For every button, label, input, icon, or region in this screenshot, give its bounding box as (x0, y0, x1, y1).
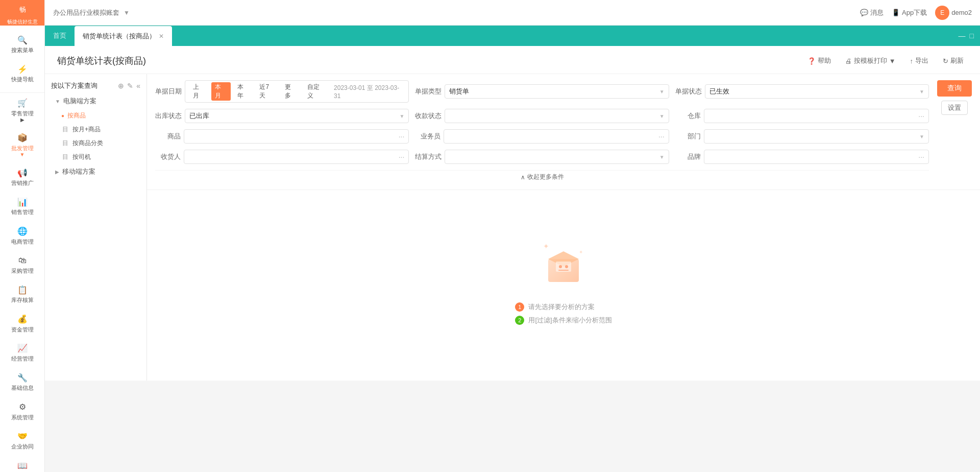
tree-add-btn[interactable]: ⊕ (118, 82, 124, 90)
message-btn[interactable]: 💬 消息 (860, 8, 884, 17)
sidebar-item-enterprise[interactable]: 🤝 企业协同 (0, 426, 44, 455)
empty-state-icon: ✦ ✦ (533, 231, 594, 292)
tree-child-by-product-cat[interactable]: 目 按商品分类 (45, 136, 146, 150)
sidebar-item-wholesale[interactable]: 📦 批发管理 ▼ (0, 128, 44, 162)
tip1-num: 1 (515, 302, 524, 312)
page-title: 销货单统计表(按商品) (57, 55, 146, 67)
recipient-label: 收货人 (155, 152, 184, 161)
main-content: 单据日期 上月 本月 本年 近7天 更多 自定义 2023-03-01 至 20… (147, 74, 980, 381)
date-tab-last-month[interactable]: 上月 (189, 82, 208, 101)
tab-sales-stat-label: 销货单统计表（按商品） (83, 32, 156, 41)
date-tab-custom[interactable]: 自定义 (304, 82, 329, 101)
tree-child-by-product[interactable]: ● 按商品 (45, 109, 146, 123)
sidebar-logo[interactable]: 畅 畅捷信好生意 (0, 0, 44, 26)
tab-close-btn[interactable]: ✕ (159, 33, 164, 40)
sidebar-item-marketing[interactable]: 📢 营销推广 (0, 162, 44, 192)
tab-home[interactable]: 首页 (45, 26, 75, 46)
tree-desktop-label: 电脑端方案 (63, 97, 96, 106)
date-tab-7days[interactable]: 近7天 (256, 82, 278, 101)
salesperson-control[interactable]: ··· (444, 129, 669, 144)
tab-sales-stat[interactable]: 销货单统计表（按商品） ✕ (75, 26, 172, 46)
tabbar: 首页 销货单统计表（按商品） ✕ — □ (45, 26, 980, 46)
sidebar-item-quicknav[interactable]: ⚡ 快捷导航 (0, 59, 44, 88)
sidebar-search-section: 🔍 搜索菜单 ⚡ 快捷导航 (0, 26, 44, 93)
date-tab-this-month[interactable]: 本月 (211, 82, 230, 101)
filter-warehouse-item: 仓库 ··· (675, 109, 929, 123)
tree-child-label-month: 按月+商品 (72, 125, 101, 134)
tree-node-mobile[interactable]: ▶ 移动端方案 (45, 164, 146, 179)
receipt-status-control[interactable]: ▼ (445, 109, 669, 123)
sidebar-item-ecommerce[interactable]: 🌐 电商管理 (0, 221, 44, 250)
template-print-btn[interactable]: 🖨 按模板打印 ▼ (841, 54, 900, 67)
sidebar-item-retail[interactable]: 🛒 零售管理 ▶ (0, 93, 44, 128)
sidebar: 畅 畅捷信好生意 🔍 搜索菜单 ⚡ 快捷导航 🛒 零售管理 ▶ 📦 批发管理 ▼… (0, 0, 45, 472)
filter-row-4: 收货人 ··· 结算方式 (155, 150, 929, 164)
tree-node-desktop[interactable]: ▼ 电脑端方案 (45, 93, 146, 109)
query-button[interactable]: 查询 (937, 80, 972, 97)
purchase-label: 采购管理 (11, 267, 34, 274)
filter-doc-status-item: 单据状态 已生效 ▼ (675, 84, 929, 99)
out-status-control[interactable]: 已出库 ▼ (185, 109, 409, 123)
brand-control[interactable]: ··· (704, 150, 929, 164)
tree-child-by-month-product[interactable]: 目 按月+商品 (45, 123, 146, 136)
doc-type-control[interactable]: 销货单 ▼ (445, 84, 669, 99)
date-tab-this-year[interactable]: 本年 (234, 82, 253, 101)
help-btn[interactable]: ❓ 帮助 (803, 54, 835, 67)
sidebar-item-guide[interactable]: 📖 新手引导 (0, 455, 44, 472)
app-download-btn[interactable]: 📱 App下载 (892, 8, 927, 17)
sidebar-item-purchase[interactable]: 🛍 采购管理 (0, 250, 44, 279)
sidebar-item-system[interactable]: ⚙ 系统管理 (0, 397, 44, 426)
date-filter-control[interactable]: 上月 本月 本年 近7天 更多 自定义 2023-03-01 至 2023-03… (185, 80, 409, 103)
retail-arrow: ▶ (20, 117, 24, 123)
topbar-right: 💬 消息 📱 App下载 E demo2 (860, 6, 972, 20)
refresh-icon: ↻ (943, 57, 948, 65)
retail-label: 零售管理 (11, 110, 34, 117)
settings-button[interactable]: 设置 (941, 101, 968, 115)
export-btn[interactable]: ↑ 导出 (906, 54, 933, 67)
print-icon: 🖨 (845, 57, 852, 65)
filter-out-status-item: 出库状态 已出库 ▼ (155, 109, 409, 123)
settlement-control[interactable]: ▼ (445, 150, 669, 164)
app-subtitle: 畅捷信好生意 (7, 18, 38, 26)
recipient-control[interactable]: ··· (184, 150, 409, 164)
sidebar-item-inventory[interactable]: 📋 库存核算 (0, 279, 44, 309)
collapse-row[interactable]: ∧ 收起更多条件 (155, 170, 929, 183)
filter-product-item: 商品 ··· (155, 129, 409, 144)
brand-label: 品牌 (675, 152, 704, 161)
ecommerce-label: 电商管理 (11, 238, 34, 245)
inventory-label: 库存核算 (11, 296, 34, 303)
page-actions: ❓ 帮助 🖨 按模板打印 ▼ ↑ 导出 ↻ 刷新 (803, 54, 968, 67)
panel-header-text: 按以下方案查询 (51, 81, 116, 90)
collapse-arrow-icon: ∧ (521, 174, 525, 181)
tree-child-label-byproduct: 按商品 (67, 111, 86, 120)
doc-status-value: 已生效 (709, 87, 917, 96)
doc-status-control[interactable]: 已生效 ▼ (705, 84, 929, 99)
refresh-btn[interactable]: ↻ 刷新 (939, 54, 968, 67)
tree-child-by-cashier[interactable]: 目 按司机 (45, 150, 146, 164)
sidebar-item-base[interactable]: 🔧 基础信息 (0, 367, 44, 396)
receipt-status-arrow: ▼ (659, 113, 665, 119)
svg-point-5 (559, 265, 562, 268)
tab-minimize-btn[interactable]: — (959, 32, 966, 40)
svg-point-6 (565, 265, 568, 268)
empty-tip-1: 1 请先选择要分析的方案 (515, 302, 611, 312)
warehouse-control[interactable]: ··· (704, 109, 929, 123)
content-area: 销货单统计表(按商品) ❓ 帮助 🖨 按模板打印 ▼ ↑ 导出 (45, 46, 980, 472)
tree-child-label-cat: 按商品分类 (72, 139, 103, 148)
dept-control[interactable]: ▼ (704, 129, 929, 144)
topbar-dropdown-arrow[interactable]: ▼ (124, 9, 130, 16)
tree-edit-btn[interactable]: ✎ (127, 82, 133, 90)
user-menu[interactable]: E demo2 (935, 6, 972, 20)
date-tab-more[interactable]: 更多 (281, 82, 300, 101)
tree-collapse-btn[interactable]: « (136, 82, 140, 90)
settlement-label: 结算方式 (415, 152, 445, 161)
sidebar-item-ops[interactable]: 📈 经营管理 (0, 338, 44, 367)
marketing-label: 营销推广 (11, 179, 34, 186)
product-label: 商品 (155, 132, 184, 141)
sidebar-item-sales-mgmt[interactable]: 📊 销售管理 (0, 192, 44, 221)
product-control[interactable]: ··· (184, 129, 409, 144)
settlement-arrow: ▼ (659, 154, 665, 160)
tab-maximize-btn[interactable]: □ (970, 32, 974, 40)
sidebar-item-finance[interactable]: 💰 资金管理 (0, 309, 44, 338)
sidebar-item-search[interactable]: 🔍 搜索菜单 (0, 30, 44, 59)
